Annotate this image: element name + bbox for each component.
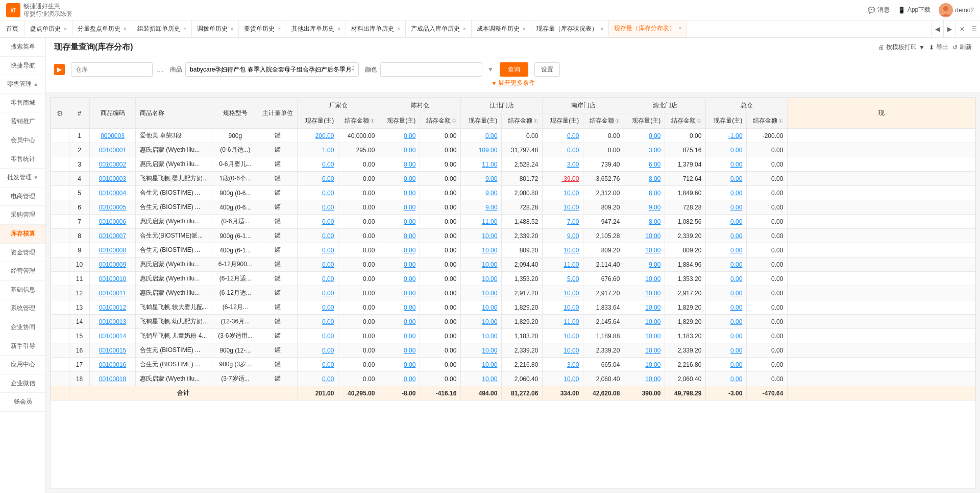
query-btn[interactable]: 查询 — [500, 62, 528, 77]
nav-tab-stock-dist[interactable]: 现存量（库存分布表） × — [609, 20, 687, 38]
row-total-amount: -200.00 — [747, 129, 788, 143]
row-cy-stock: 0.00 — [298, 200, 338, 215]
close-tab-cost-adjust[interactable]: × — [523, 26, 526, 32]
gear-icon[interactable]: ⚙ — [57, 109, 63, 118]
close-tab-fenliang[interactable]: × — [124, 26, 127, 32]
nav-tab-assembly[interactable]: 组装折卸单历史 × — [132, 20, 192, 38]
sidebar-item-nav[interactable]: 快捷导航 — [0, 57, 45, 76]
nav-tab-transfer[interactable]: 调拨单历史 × — [192, 20, 239, 38]
close-tab-order[interactable]: × — [278, 26, 281, 32]
nav-next-btn[interactable]: ▶ — [943, 20, 955, 38]
nav-tab-stock-status[interactable]: 现存量（库存状况表） × — [531, 20, 609, 38]
sidebar-item-search[interactable]: 搜索英单 — [0, 38, 45, 57]
export-btn[interactable]: ⬇ 导出 — [929, 43, 948, 52]
close-tab-material-out[interactable]: × — [397, 26, 400, 32]
nav-more-btn[interactable]: ☰ — [968, 20, 980, 38]
expand-conditions-btn[interactable]: ▼ 展开更多条件 — [491, 79, 535, 87]
row-jb-stock: 9.00 — [461, 186, 502, 200]
warehouse-more-btn[interactable]: … — [156, 65, 164, 74]
cy-amount-info-icon[interactable]: ① — [370, 118, 375, 124]
close-tab-stock-dist[interactable]: × — [678, 26, 681, 31]
nav-tab-cost-adjust[interactable]: 成本调整单历史 × — [472, 20, 531, 38]
row-cc-amount: 0.00 — [420, 315, 461, 329]
sidebar-item-system[interactable]: 系统管理 — [0, 299, 45, 318]
sidebar-item-wholesale[interactable]: 批发管理 ▼ — [0, 169, 45, 187]
close-tab-product-in[interactable]: × — [463, 26, 466, 32]
row-yb-amount: 1,849.60 — [665, 186, 706, 200]
sidebar-item-ecommerce[interactable]: 电商管理 — [0, 187, 45, 206]
sidebar-item-finance[interactable]: 资金管理 — [0, 244, 45, 263]
total-amount-info-icon[interactable]: ① — [778, 118, 783, 124]
nav-tab-product-in[interactable]: 产成品入库单历史 × — [406, 20, 472, 38]
row-total-amount: 0.00 — [747, 300, 788, 315]
sidebar-item-inventory[interactable]: 库存核算 — [0, 225, 45, 244]
print-btn[interactable]: 🖨 按模板打印 ▼ — [878, 43, 925, 52]
color-dropdown-icon[interactable]: ▼ — [487, 66, 494, 73]
sidebar-item-member2[interactable]: 畅会员 — [0, 393, 45, 412]
row-current-extra — [788, 257, 975, 272]
sidebar-item-retail-stats[interactable]: 零售统计 — [0, 150, 45, 169]
nav-home[interactable]: 首页 — [0, 20, 25, 38]
row-code: 00100004 — [90, 186, 136, 200]
sidebar-item-guide[interactable]: 新手引导 — [0, 337, 45, 356]
close-tab-assembly[interactable]: × — [183, 26, 186, 32]
row-cy-amount: 0.00 — [338, 358, 379, 372]
cc-amount-info-icon[interactable]: ① — [452, 118, 456, 124]
app-download-btn[interactable]: 📱 App下载 — [898, 6, 930, 14]
close-tab-transfer[interactable]: × — [231, 26, 234, 32]
close-tab-other-out[interactable]: × — [337, 26, 340, 32]
product-input[interactable] — [185, 62, 359, 77]
nav-tab-fenliang[interactable]: 分量盘点单历史 × — [72, 20, 132, 38]
na-amount-info-icon[interactable]: ① — [615, 118, 620, 124]
row-num: 1 — [69, 129, 90, 143]
row-current-extra — [788, 300, 975, 315]
row-name: 飞鹤星飞帆 幼儿配方奶... — [136, 315, 212, 329]
sidebar-item-basic-info[interactable]: 基础信息 — [0, 281, 45, 300]
settings-btn[interactable]: 设置 — [534, 62, 560, 77]
unit-col-header: 主计量单位 — [258, 98, 298, 129]
jb-amount-info-icon[interactable]: ① — [533, 118, 538, 124]
table-row: 5 00100004 合生元 (BIOSTIME) ... 900g (0-6.… — [51, 186, 975, 200]
sidebar-item-purchase[interactable]: 采购管理 — [0, 206, 45, 225]
nav-close-btn[interactable]: ✕ — [955, 20, 968, 38]
row-jb-stock: 10.00 — [461, 257, 502, 272]
row-cc-amount: 0.00 — [420, 215, 461, 229]
sidebar-item-retail-mall[interactable]: 零售商城 — [0, 94, 45, 113]
yb-amount-info-icon[interactable]: ① — [697, 118, 701, 124]
sidebar-item-member[interactable]: 会员中心 — [0, 131, 45, 150]
collapse-btn[interactable]: ▶ — [54, 64, 65, 75]
row-yb-amount: 0.00 — [665, 129, 706, 143]
nav-tab-material-out[interactable]: 材料出库单历史 × — [346, 20, 406, 38]
table-row: 6 00100005 合生元 (BIOSTIME) ... 400g (0-6.… — [51, 200, 975, 215]
row-yb-amount: 2,339.20 — [665, 229, 706, 243]
close-tab-stock-status[interactable]: × — [601, 26, 604, 32]
nav-tab-other-out[interactable]: 其他出库单历史 × — [286, 20, 346, 38]
yb-stock-header: 现存量(主) — [624, 113, 665, 129]
row-num: 14 — [69, 315, 90, 329]
cy-amount-header: 结存金额① — [338, 113, 379, 129]
color-input[interactable] — [380, 62, 482, 77]
row-name: 合生元 (BIOSTIME) ... — [136, 186, 212, 200]
row-total-amount: 0.00 — [747, 186, 788, 200]
settings-col-header[interactable]: ⚙ — [51, 98, 69, 129]
sidebar-item-app-center[interactable]: 应用中心 — [0, 356, 45, 374]
row-cy-stock: 0.00 — [298, 229, 338, 243]
messages-btn[interactable]: 💬 消息 — [868, 6, 890, 14]
nav-prev-btn[interactable]: ◀ — [931, 20, 943, 38]
row-cc-amount: 0.00 — [420, 157, 461, 172]
nav-tab-disk-history[interactable]: 盘点单历史 × — [25, 20, 72, 38]
sidebar-item-wechat[interactable]: 企业微信 — [0, 374, 45, 393]
sidebar-item-retail-mgmt[interactable]: 零售管理 ▲ — [0, 75, 45, 94]
refresh-btn[interactable]: ↺ 刷新 — [952, 43, 972, 52]
table-container[interactable]: ⚙ # 商品编码 商品名称 规格型号 主计量单位 厂家仓 陈村仓 江北门店 南岸… — [50, 97, 976, 489]
sidebar-item-operations[interactable]: 经营管理 — [0, 262, 45, 281]
user-menu-btn[interactable]: demo2 — [939, 3, 974, 17]
row-code: 00100010 — [90, 272, 136, 286]
sidebar-item-enterprise-collab[interactable]: 企业协同 — [0, 318, 45, 337]
sidebar-item-marketing[interactable]: 营销推广 — [0, 112, 45, 131]
warehouse-input[interactable] — [71, 62, 153, 77]
close-tab-disk[interactable]: × — [64, 26, 67, 32]
nav-tab-order[interactable]: 要货单历史 × — [239, 20, 286, 38]
row-cy-amount: 295.00 — [338, 143, 379, 157]
row-yb-amount: 1,353.20 — [665, 272, 706, 286]
